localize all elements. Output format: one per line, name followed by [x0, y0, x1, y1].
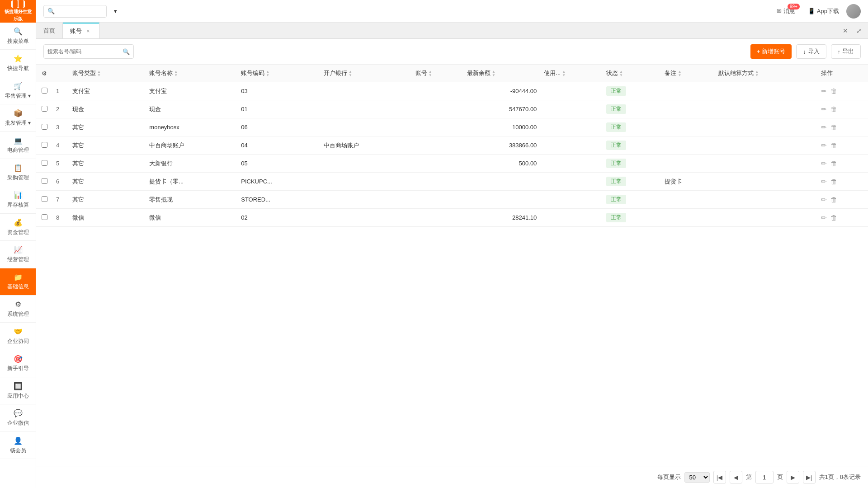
delete-icon-3[interactable]: 🗑 — [830, 141, 837, 149]
cell-checkbox-6[interactable] — [36, 191, 52, 209]
sidebar-label-10: 系统管理 — [7, 311, 29, 318]
page-first-button[interactable]: |◀ — [713, 471, 726, 483]
th-remark[interactable]: 备注▲▼ — [661, 65, 715, 82]
sidebar-item-6[interactable]: 📊库存核算 — [0, 186, 36, 213]
sidebar-item-13[interactable]: 🔲应用中心 — [0, 377, 36, 404]
sidebar-item-0[interactable]: 🔍搜索菜单 — [0, 23, 36, 50]
th-type[interactable]: 账号类型▲▼ — [69, 65, 146, 82]
sidebar-item-14[interactable]: 💬企业微信 — [0, 404, 36, 432]
sidebar-item-15[interactable]: 👤畅会员 — [0, 432, 36, 459]
export-label: 导出 — [842, 47, 854, 56]
cell-checkbox-2[interactable] — [36, 118, 52, 136]
table-row: 5 其它 大新银行 05 500.00 正常 ✏ 🗑 — [36, 155, 868, 173]
cell-settle-6 — [715, 191, 817, 209]
table-row: 8 微信 微信 02 28241.10 正常 ✏ 🗑 — [36, 209, 868, 227]
cell-code-5: PICKUPC... — [237, 173, 320, 191]
export-button[interactable]: ↑ 导出 — [831, 44, 861, 59]
edit-icon-3[interactable]: ✏ — [821, 141, 827, 150]
th-balance[interactable]: 最新余额▲▼ — [463, 65, 540, 82]
sidebar-item-3[interactable]: 📦批发管理 ▾ — [0, 104, 36, 131]
cell-code-3: 04 — [237, 136, 320, 155]
table-wrap: ⚙ 账号类型▲▼ 账号名称▲▼ 账号编码▲▼ 开户银行▲▼ 账号▲▼ 最新余额▲… — [36, 65, 868, 466]
row-checkbox-3[interactable] — [42, 142, 47, 148]
tabbar: 首页 账号 × ✕ ⤢ — [36, 23, 868, 39]
row-checkbox-4[interactable] — [42, 160, 47, 166]
th-name[interactable]: 账号名称▲▼ — [146, 65, 237, 82]
per-page-select[interactable]: 50 100 200 — [684, 472, 710, 483]
th-default-settle[interactable]: 默认结算方式▲▼ — [715, 65, 817, 82]
page-input[interactable] — [755, 471, 774, 483]
add-account-button[interactable]: + 新增账号 — [750, 44, 792, 59]
cell-index-5: 6 — [52, 173, 69, 191]
th-code[interactable]: 账号编码▲▼ — [237, 65, 320, 82]
topbar-dropdown[interactable]: ▾ — [112, 8, 117, 14]
tab-close-icon[interactable]: × — [85, 28, 92, 35]
row-checkbox-2[interactable] — [42, 124, 47, 130]
row-checkbox-6[interactable] — [42, 196, 47, 202]
sidebar-item-8[interactable]: 📈经营管理 — [0, 241, 36, 268]
search-wrap[interactable]: 🔍 — [43, 44, 134, 59]
sidebar-item-2[interactable]: 🛒零售管理 ▾ — [0, 77, 36, 104]
cell-remark-0 — [661, 82, 715, 100]
edit-icon-0[interactable]: ✏ — [821, 87, 827, 95]
th-bank[interactable]: 开户银行▲▼ — [320, 65, 412, 82]
th-settings[interactable]: ⚙ — [36, 65, 52, 82]
delete-icon-5[interactable]: 🗑 — [830, 178, 837, 185]
sidebar-item-5[interactable]: 📋采购管理 — [0, 159, 36, 186]
user-avatar[interactable] — [846, 4, 861, 19]
sidebar-item-12[interactable]: 🎯新手引导 — [0, 350, 36, 377]
delete-icon-4[interactable]: 🗑 — [830, 160, 837, 167]
th-usage[interactable]: 使用...▲▼ — [540, 65, 603, 82]
edit-icon-2[interactable]: ✏ — [821, 123, 827, 131]
th-account[interactable]: 账号▲▼ — [412, 65, 463, 82]
table-row: 2 现金 现金 01 547670.00 正常 ✏ 🗑 — [36, 100, 868, 118]
cell-checkbox-4[interactable] — [36, 155, 52, 173]
cell-checkbox-3[interactable] — [36, 136, 52, 155]
sidebar-item-9[interactable]: 📁基础信息 — [0, 268, 36, 296]
page-prev-button[interactable]: ◀ — [730, 471, 742, 483]
cell-usage-7 — [540, 209, 603, 227]
row-checkbox-5[interactable] — [42, 178, 47, 184]
edit-icon-1[interactable]: ✏ — [821, 105, 827, 113]
cell-checkbox-0[interactable] — [36, 82, 52, 100]
delete-icon-1[interactable]: 🗑 — [830, 105, 837, 113]
tab-account[interactable]: 账号 × — [63, 23, 99, 38]
delete-icon-2[interactable]: 🗑 — [830, 123, 837, 131]
row-checkbox-1[interactable] — [42, 106, 47, 112]
topbar: 🔍 ▾ ✉ 消息 99+ 📱 App下载 — [36, 0, 868, 23]
page-next-button[interactable]: ▶ — [787, 471, 799, 483]
cell-usage-2 — [540, 118, 603, 136]
delete-icon-7[interactable]: 🗑 — [830, 214, 837, 221]
cell-checkbox-1[interactable] — [36, 100, 52, 118]
page-last-button[interactable]: ▶| — [803, 471, 816, 483]
app-name: 畅捷通好生意 — [5, 9, 32, 15]
sidebar-item-10[interactable]: ⚙系统管理 — [0, 296, 36, 323]
topbar-search[interactable]: 🔍 — [43, 5, 107, 18]
cell-remark-4 — [661, 155, 715, 173]
edit-icon-7[interactable]: ✏ — [821, 214, 827, 222]
sidebar-item-11[interactable]: 🤝企业协同 — [0, 323, 36, 350]
edit-icon-5[interactable]: ✏ — [821, 178, 827, 186]
delete-icon-0[interactable]: 🗑 — [830, 87, 837, 95]
cell-type-0: 支付宝 — [69, 82, 146, 100]
search-input[interactable] — [47, 48, 123, 55]
cell-checkbox-5[interactable] — [36, 173, 52, 191]
tab-expand-button[interactable]: ⤢ — [854, 25, 864, 36]
sidebar-icon-2: 🛒 — [14, 82, 23, 91]
cell-checkbox-7[interactable] — [36, 209, 52, 227]
tab-close-all-button[interactable]: ✕ — [840, 25, 851, 36]
row-checkbox-7[interactable] — [42, 214, 47, 220]
sidebar-item-1[interactable]: ⭐快捷导航 — [0, 50, 36, 77]
delete-icon-6[interactable]: 🗑 — [830, 196, 837, 203]
cell-usage-5 — [540, 173, 603, 191]
tab-home[interactable]: 首页 — [36, 23, 63, 38]
edit-icon-6[interactable]: ✏ — [821, 196, 827, 204]
row-checkbox-0[interactable] — [42, 88, 47, 94]
edit-icon-4[interactable]: ✏ — [821, 160, 827, 168]
app-download-button[interactable]: 📱 App下载 — [808, 7, 839, 15]
sidebar-item-4[interactable]: 💻电商管理 — [0, 132, 36, 159]
th-status[interactable]: 状态▲▼ — [603, 65, 661, 82]
message-button[interactable]: ✉ 消息 99+ — [777, 7, 795, 15]
import-button[interactable]: ↓ 导入 — [796, 44, 826, 59]
sidebar-item-7[interactable]: 💰资金管理 — [0, 214, 36, 241]
